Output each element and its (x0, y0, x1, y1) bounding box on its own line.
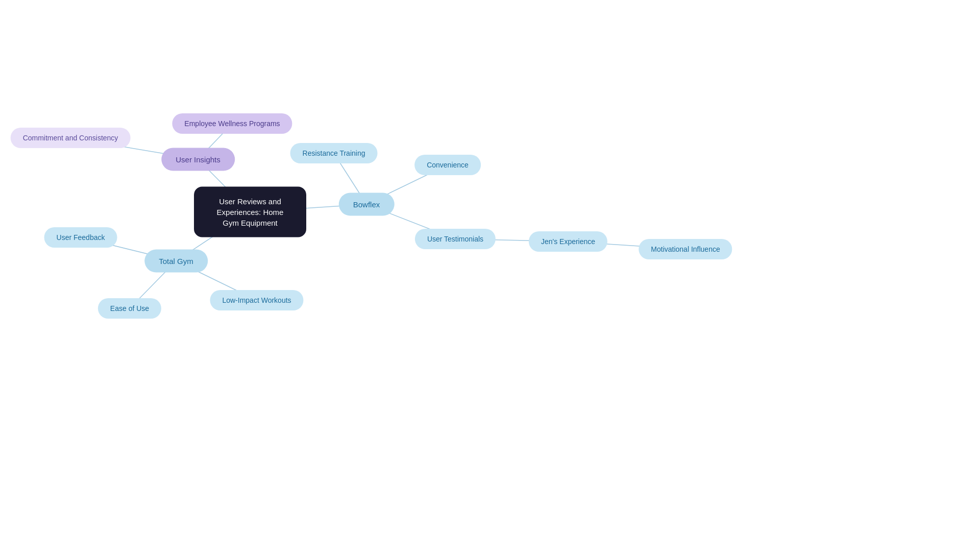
total-gym-label: Total Gym (159, 257, 193, 266)
convenience-node[interactable]: Convenience (414, 155, 481, 175)
jens-experience-label: Jen's Experience (541, 237, 595, 246)
user-feedback-label: User Feedback (57, 233, 105, 242)
bowflex-node[interactable]: Bowflex (339, 193, 395, 216)
low-impact-workouts-node[interactable]: Low-Impact Workouts (210, 290, 303, 310)
convenience-label: Convenience (427, 161, 469, 169)
motivational-influence-node[interactable]: Motivational Influence (639, 239, 732, 259)
bowflex-label: Bowflex (353, 200, 380, 209)
center-node[interactable]: User Reviews and Experiences: Home Gym E… (194, 187, 306, 237)
user-testimonials-node[interactable]: User Testimonials (415, 229, 496, 249)
commitment-consistency-node[interactable]: Commitment and Consistency (11, 128, 131, 148)
total-gym-node[interactable]: Total Gym (144, 250, 208, 273)
user-testimonials-label: User Testimonials (427, 235, 483, 243)
resistance-training-label: Resistance Training (303, 149, 365, 157)
jens-experience-node[interactable]: Jen's Experience (529, 231, 607, 252)
center-label: User Reviews and Experiences: Home Gym E… (208, 196, 292, 228)
employee-wellness-label: Employee Wellness Programs (184, 119, 280, 128)
user-insights-label: User Insights (176, 155, 220, 164)
motivational-influence-label: Motivational Influence (651, 245, 720, 253)
low-impact-workouts-label: Low-Impact Workouts (222, 296, 291, 304)
ease-of-use-node[interactable]: Ease of Use (98, 298, 161, 319)
user-feedback-node[interactable]: User Feedback (44, 227, 117, 248)
resistance-training-node[interactable]: Resistance Training (290, 143, 378, 163)
employee-wellness-node[interactable]: Employee Wellness Programs (172, 113, 292, 134)
ease-of-use-label: Ease of Use (110, 304, 149, 312)
user-insights-node[interactable]: User Insights (161, 148, 235, 171)
commitment-consistency-label: Commitment and Consistency (23, 134, 118, 142)
